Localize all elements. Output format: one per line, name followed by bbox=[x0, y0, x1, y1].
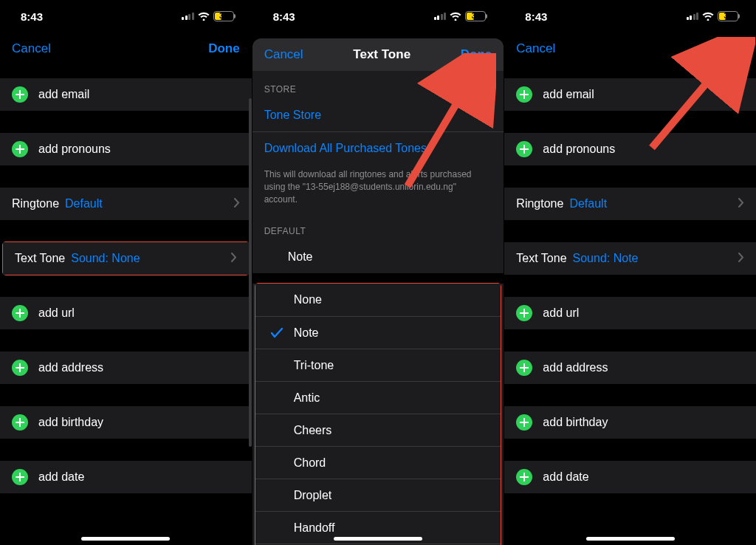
store-header: STORE bbox=[252, 71, 504, 99]
plus-icon bbox=[516, 360, 532, 376]
chevron-right-icon bbox=[231, 252, 237, 265]
plus-icon bbox=[12, 414, 28, 431]
phone-screen-1: 8:43 37 Cancel Done add email bbox=[0, 0, 252, 545]
add-address-label: add address bbox=[543, 361, 608, 374]
add-url-label: add url bbox=[543, 306, 579, 320]
add-address-label: add address bbox=[38, 361, 103, 374]
plus-icon bbox=[12, 305, 28, 321]
ringtone-row[interactable]: Ringtone Default bbox=[0, 188, 252, 220]
nav-bar: Cancel Done bbox=[0, 32, 252, 65]
tone-row[interactable]: Note bbox=[255, 316, 501, 349]
battery-icon: 36 bbox=[718, 11, 738, 21]
plus-icon bbox=[516, 86, 532, 103]
add-date-label: add date bbox=[38, 470, 84, 484]
wifi-icon bbox=[450, 12, 461, 21]
status-time: 8:43 bbox=[525, 10, 547, 23]
wifi-icon bbox=[198, 12, 210, 21]
done-button[interactable]: Done bbox=[461, 47, 492, 62]
modal-title: Text Tone bbox=[353, 47, 410, 62]
tone-label: Note bbox=[291, 326, 319, 340]
battery-icon: 37 bbox=[213, 11, 234, 21]
phone-screen-3: 8:43 36 Cancel Done add email bbox=[504, 0, 756, 545]
add-url-row[interactable]: add url bbox=[504, 297, 756, 329]
plus-icon bbox=[516, 141, 532, 157]
add-birthday-label: add birthday bbox=[38, 416, 103, 429]
add-url-row[interactable]: add url bbox=[0, 297, 252, 329]
chevron-right-icon bbox=[234, 197, 240, 210]
chevron-right-icon bbox=[738, 197, 744, 210]
status-time: 8:43 bbox=[21, 10, 43, 23]
add-date-row[interactable]: add date bbox=[504, 461, 756, 493]
download-tones-label: Download All Purchased Tones bbox=[264, 142, 427, 155]
home-indicator[interactable] bbox=[334, 537, 422, 541]
text-tone-label: Text Tone bbox=[15, 252, 65, 265]
chevron-right-icon bbox=[738, 252, 744, 265]
cellular-icon bbox=[687, 13, 699, 20]
done-button[interactable]: Done bbox=[713, 41, 745, 56]
tone-row[interactable]: None bbox=[255, 284, 501, 316]
add-pronouns-row[interactable]: add pronouns bbox=[504, 133, 756, 165]
text-tone-value: Sound: Note bbox=[573, 252, 639, 265]
tone-row[interactable]: Tri-tone bbox=[255, 349, 501, 381]
ringtone-row[interactable]: Ringtone Default bbox=[504, 188, 756, 220]
tone-store-label: Tone Store bbox=[264, 109, 321, 122]
tone-row[interactable]: Droplet bbox=[255, 479, 501, 511]
tone-label: Tri-tone bbox=[291, 359, 334, 372]
add-address-row[interactable]: add address bbox=[504, 352, 756, 384]
ringtone-label: Ringtone bbox=[516, 197, 563, 210]
add-pronouns-label: add pronouns bbox=[38, 143, 111, 156]
plus-icon bbox=[12, 86, 28, 103]
plus-icon bbox=[516, 305, 532, 321]
add-email-label: add email bbox=[38, 88, 89, 101]
ringtone-value: Default bbox=[569, 197, 607, 210]
status-bar: 8:43 36 bbox=[252, 0, 504, 32]
status-bar: 8:43 37 bbox=[0, 0, 252, 32]
tone-label: Handoff bbox=[291, 521, 335, 535]
home-indicator[interactable] bbox=[586, 537, 675, 541]
plus-icon bbox=[12, 469, 28, 485]
tone-row[interactable]: Cheers bbox=[255, 414, 501, 446]
add-birthday-row[interactable]: add birthday bbox=[504, 406, 756, 439]
download-hint: This will download all ringtones and ale… bbox=[252, 164, 504, 213]
ringtone-label: Ringtone bbox=[12, 197, 59, 210]
add-url-label: add url bbox=[38, 306, 75, 320]
add-birthday-row[interactable]: add birthday bbox=[0, 406, 252, 439]
checkmark-icon bbox=[267, 328, 286, 338]
add-pronouns-label: add pronouns bbox=[543, 143, 615, 156]
done-button[interactable]: Done bbox=[208, 41, 240, 56]
tone-row[interactable]: Antic bbox=[255, 381, 501, 414]
tone-store-row[interactable]: Tone Store bbox=[252, 99, 504, 131]
tone-row-top[interactable]: Note bbox=[252, 241, 504, 273]
add-date-label: add date bbox=[543, 470, 588, 484]
tone-label: Antic bbox=[291, 391, 320, 405]
text-tone-row[interactable]: Text Tone Sound: None bbox=[3, 242, 249, 275]
tone-label: Cheers bbox=[291, 424, 332, 437]
plus-icon bbox=[12, 360, 28, 376]
tone-label: None bbox=[291, 293, 322, 306]
add-email-row[interactable]: add email bbox=[0, 78, 252, 111]
add-email-label: add email bbox=[543, 88, 594, 101]
plus-icon bbox=[516, 414, 532, 431]
tone-row[interactable]: Chord bbox=[255, 446, 501, 479]
add-birthday-label: add birthday bbox=[543, 416, 608, 429]
text-tone-row[interactable]: Text Tone Sound: Note bbox=[504, 242, 756, 275]
add-email-row[interactable]: add email bbox=[504, 78, 756, 111]
tone-label: Chord bbox=[291, 456, 326, 470]
add-address-row[interactable]: add address bbox=[0, 352, 252, 384]
text-tone-value: Sound: None bbox=[71, 252, 140, 265]
plus-icon bbox=[516, 469, 532, 485]
cellular-icon bbox=[182, 13, 194, 20]
cancel-button[interactable]: Cancel bbox=[12, 41, 51, 56]
add-date-row[interactable]: add date bbox=[0, 461, 252, 493]
cancel-button[interactable]: Cancel bbox=[516, 41, 555, 56]
download-tones-row[interactable]: Download All Purchased Tones bbox=[252, 131, 504, 164]
tone-list: NoneNoteTri-toneAnticCheersChordDropletH… bbox=[255, 284, 501, 545]
tone-label: Note bbox=[288, 250, 313, 264]
nav-bar: Cancel Done bbox=[504, 32, 756, 65]
phone-screen-2: 8:43 36 Cancel Text Tone Done STORE Tone… bbox=[252, 0, 504, 545]
home-indicator[interactable] bbox=[81, 537, 170, 541]
cancel-button[interactable]: Cancel bbox=[264, 47, 303, 62]
ringtone-value: Default bbox=[65, 197, 103, 210]
status-time: 8:43 bbox=[273, 10, 295, 23]
add-pronouns-row[interactable]: add pronouns bbox=[0, 133, 252, 165]
